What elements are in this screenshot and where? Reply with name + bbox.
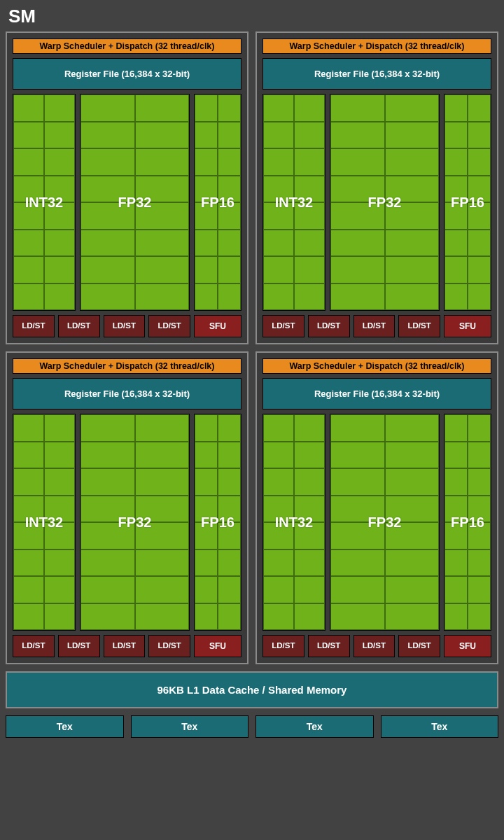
int32-core-block: INT32 <box>13 94 76 311</box>
l1-cache-block: 96KB L1 Data Cache / Shared Memory <box>6 671 498 708</box>
ldst-unit: LD/ST <box>354 315 396 337</box>
ldst-row: LD/STLD/STLD/STLD/STSFU <box>262 315 491 337</box>
ldst-unit: LD/ST <box>58 635 100 657</box>
fp16-core-block: FP16 <box>444 414 491 631</box>
ldst-row: LD/STLD/STLD/STLD/STSFU <box>262 635 491 657</box>
register-file: Register File (16,384 x 32-bit) <box>13 58 241 90</box>
tex-row: TexTexTexTex <box>6 715 498 738</box>
fp16-label: FP16 <box>201 195 234 211</box>
register-file: Register File (16,384 x 32-bit) <box>13 378 241 410</box>
ldst-unit: LD/ST <box>148 315 190 337</box>
ldst-unit: LD/ST <box>308 315 350 337</box>
sm-partition: Warp Scheduler + Dispatch (32 thread/clk… <box>255 31 498 344</box>
core-row: INT32FP32FP16 <box>13 94 241 311</box>
ldst-unit: LD/ST <box>104 635 146 657</box>
fp32-core-block: FP32 <box>80 94 190 311</box>
fp32-label: FP32 <box>368 195 402 211</box>
fp16-label: FP16 <box>451 514 484 531</box>
core-row: INT32FP32FP16 <box>262 94 491 311</box>
ldst-unit: LD/ST <box>308 635 350 657</box>
fp16-core-block: FP16 <box>194 414 241 631</box>
ldst-unit: LD/ST <box>262 635 304 657</box>
ldst-unit: LD/ST <box>148 635 190 657</box>
ldst-unit: LD/ST <box>398 635 440 657</box>
fp16-label: FP16 <box>451 195 484 211</box>
fp32-label: FP32 <box>368 514 402 531</box>
ldst-row: LD/STLD/STLD/STLD/STSFU <box>13 635 241 657</box>
ldst-unit: LD/ST <box>13 635 55 657</box>
sm-container: SM Warp Scheduler + Dispatch (32 thread/… <box>0 0 504 743</box>
core-row: INT32FP32FP16 <box>13 414 241 631</box>
fp16-label: FP16 <box>201 514 234 531</box>
fp32-label: FP32 <box>118 514 152 531</box>
ldst-unit: LD/ST <box>354 635 396 657</box>
ldst-unit: LD/ST <box>104 315 146 337</box>
warp-scheduler: Warp Scheduler + Dispatch (32 thread/clk… <box>262 358 491 374</box>
ldst-unit: LD/ST <box>398 315 440 337</box>
ldst-unit: LD/ST <box>13 315 55 337</box>
fp16-core-block: FP16 <box>444 94 491 311</box>
sfu-unit: SFU <box>194 635 241 657</box>
sfu-unit: SFU <box>194 315 241 337</box>
fp32-label: FP32 <box>118 195 152 211</box>
tex-unit: Tex <box>381 715 499 738</box>
tex-unit: Tex <box>131 715 249 738</box>
ldst-unit: LD/ST <box>58 315 100 337</box>
fp32-core-block: FP32 <box>80 414 190 631</box>
core-row: INT32FP32FP16 <box>262 414 491 631</box>
fp16-core-block: FP16 <box>194 94 241 311</box>
sm-partition: Warp Scheduler + Dispatch (32 thread/clk… <box>255 351 498 664</box>
int32-label: INT32 <box>275 195 313 211</box>
int32-core-block: INT32 <box>262 414 326 631</box>
tex-unit: Tex <box>6 715 124 738</box>
warp-scheduler: Warp Scheduler + Dispatch (32 thread/clk… <box>13 358 241 374</box>
sfu-unit: SFU <box>444 315 491 337</box>
int32-core-block: INT32 <box>13 414 76 631</box>
int32-label: INT32 <box>25 514 63 531</box>
register-file: Register File (16,384 x 32-bit) <box>262 58 491 90</box>
sm-partition: Warp Scheduler + Dispatch (32 thread/clk… <box>6 31 248 344</box>
sfu-unit: SFU <box>444 635 491 657</box>
warp-scheduler: Warp Scheduler + Dispatch (32 thread/clk… <box>13 38 241 54</box>
partition-grid: Warp Scheduler + Dispatch (32 thread/clk… <box>6 31 498 664</box>
int32-label: INT32 <box>25 195 63 211</box>
int32-label: INT32 <box>275 514 313 531</box>
fp32-core-block: FP32 <box>330 414 440 631</box>
warp-scheduler: Warp Scheduler + Dispatch (32 thread/clk… <box>262 38 491 54</box>
sm-partition: Warp Scheduler + Dispatch (32 thread/clk… <box>6 351 248 664</box>
register-file: Register File (16,384 x 32-bit) <box>262 378 491 410</box>
tex-unit: Tex <box>255 715 374 738</box>
ldst-row: LD/STLD/STLD/STLD/STSFU <box>13 315 241 337</box>
int32-core-block: INT32 <box>262 94 326 311</box>
ldst-unit: LD/ST <box>262 315 304 337</box>
sm-title: SM <box>8 6 498 27</box>
fp32-core-block: FP32 <box>330 94 440 311</box>
